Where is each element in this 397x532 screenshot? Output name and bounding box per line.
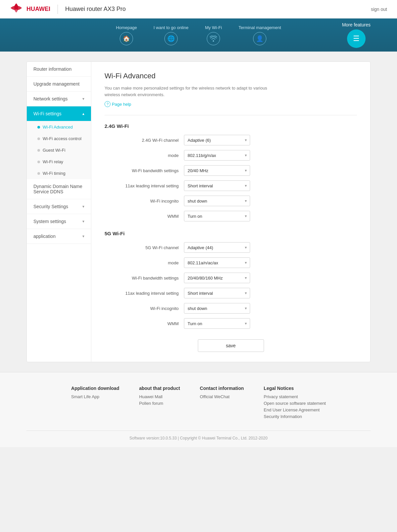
sidebar-guest-wifi-label: Guest Wi-Fi (43, 148, 66, 153)
form-row-interval-24g: 11ax leading interval setting Short inte… (105, 180, 357, 191)
form-row-bandwidth-24g: Wi-Fi bandwidth settings 20/40 MHz (105, 165, 357, 176)
nav-wifi-label: My Wi-Fi (205, 25, 222, 30)
select-incognito-24g[interactable]: shut down Turn on (184, 196, 250, 206)
sidebar-wifi-relay-label: Wi-Fi relay (43, 159, 63, 164)
select-mode-5g[interactable]: 802.11a/n/ac/ax (184, 257, 250, 268)
footer-contact-heading: Contact information (200, 386, 244, 391)
select-wmm-24g[interactable]: Turn on shut down (184, 211, 250, 221)
sidebar-sub-wifi-timing[interactable]: Wi-Fi timing (27, 168, 91, 179)
chevron-up-icon: ▴ (82, 111, 84, 116)
form-row-wmm-5g: WMM Turn on shut down (105, 318, 357, 329)
footer-pollen-forum[interactable]: Pollen forum (139, 401, 180, 406)
label-interval-24g: 11ax leading interval setting (105, 183, 184, 188)
nav-online-label: I want to go online (154, 25, 189, 30)
select-mode-24g[interactable]: 802.11b/g/n/ax (184, 150, 250, 161)
sidebar-sub-wifi-advanced[interactable]: Wi-Fi Advanced (27, 121, 91, 133)
select-incognito-5g[interactable]: shut down Turn on (184, 303, 250, 314)
select-bandwidth-24g[interactable]: 20/40 MHz (184, 165, 250, 176)
label-interval-5g: 11ax leading interval setting (105, 291, 184, 296)
nav-terminal-label: Terminal management (239, 25, 281, 30)
page-help-link[interactable]: Page help (105, 101, 357, 107)
section-24g-title: 2.4G Wi-Fi (105, 123, 357, 129)
select-wmm-5g[interactable]: Turn on shut down (184, 318, 250, 329)
nav-online[interactable]: I want to go online 🌐 (154, 25, 189, 45)
form-row-channel-24g: 2.4G Wi-Fi channel Adaptive (6) (105, 135, 357, 145)
select-wrapper-bandwidth-5g: 20/40/80/160 MHz (184, 273, 250, 283)
footer-smart-life[interactable]: Smart Life App (71, 394, 119, 399)
footer-huawei-mall[interactable]: Huawei Mall (139, 394, 180, 399)
footer-official-wechat[interactable]: Official WeChat (200, 394, 244, 399)
inactive-dot-4 (37, 172, 40, 175)
nav-homepage[interactable]: Homepage 🏠 (116, 25, 137, 45)
top-bar: HUAWEI Huawei router AX3 Pro sign out (0, 0, 397, 19)
footer-open-source[interactable]: Open source software statement (264, 401, 326, 406)
sidebar: Router information Upgrade management Ne… (27, 62, 91, 362)
footer-about-heading: about that product (139, 386, 180, 391)
more-features-icon-circle: ☰ (347, 29, 366, 48)
active-dot (37, 126, 40, 129)
sidebar-sub-wifi-relay[interactable]: Wi-Fi relay (27, 156, 91, 168)
sidebar-sub-guest-wifi[interactable]: Guest Wi-Fi (27, 144, 91, 156)
select-wrapper-wmm-5g: Turn on shut down (184, 318, 250, 329)
sidebar-sub-wifi-access[interactable]: Wi-Fi access control (27, 133, 91, 144)
footer-cols: Application download Smart Life App abou… (26, 386, 371, 421)
sidebar-item-router-info[interactable]: Router information (27, 62, 91, 77)
chevron-down-icon-3: ▾ (82, 219, 84, 224)
label-incognito-24g: Wi-Fi incognito (105, 199, 184, 204)
form-row-mode-24g: mode 802.11b/g/n/ax (105, 150, 357, 161)
sidebar-item-ddns[interactable]: Dynamic Domain Name Service DDNS (27, 179, 91, 199)
section-5g-title: 5G Wi-Fi (105, 231, 357, 236)
sidebar-item-network[interactable]: Network settings ▾ (27, 92, 91, 106)
label-mode-24g: mode (105, 153, 184, 158)
form-row-interval-5g: 11ax leading interval setting Short inte… (105, 288, 357, 298)
label-bandwidth-24g: Wi-Fi bandwidth settings (105, 168, 184, 173)
form-row-incognito-24g: Wi-Fi incognito shut down Turn on (105, 196, 357, 206)
nav-terminal[interactable]: Terminal management 👤 (239, 25, 281, 45)
home-icon: 🏠 (120, 32, 133, 45)
sidebar-item-system[interactable]: System settings ▾ (27, 214, 91, 229)
footer-eula[interactable]: End User License Agreement (264, 407, 326, 412)
select-wrapper-incognito-24g: shut down Turn on (184, 196, 250, 206)
save-button[interactable]: save (198, 339, 264, 352)
select-bandwidth-5g[interactable]: 20/40/80/160 MHz (184, 273, 250, 283)
sidebar-item-security[interactable]: Security Settings ▾ (27, 199, 91, 214)
select-wrapper-wmm-24g: Turn on shut down (184, 211, 250, 221)
label-channel-5g: 5G Wi-Fi channel (105, 245, 184, 250)
footer-col-app-download: Application download Smart Life App (71, 386, 119, 421)
footer-app-download-heading: Application download (71, 386, 119, 391)
brand-name: HUAWEI (26, 6, 50, 13)
select-wrapper-channel-24g: Adaptive (6) (184, 135, 250, 145)
more-features-button[interactable]: More features ☰ (342, 22, 371, 48)
nav-bar: Homepage 🏠 I want to go online 🌐 My Wi-F… (0, 19, 397, 52)
footer-privacy[interactable]: Privacy statement (264, 394, 326, 399)
select-wrapper-incognito-5g: shut down Turn on (184, 303, 250, 314)
select-channel-5g[interactable]: Adaptive (44) (184, 242, 250, 253)
select-wrapper-bandwidth-24g: 20/40 MHz (184, 165, 250, 176)
footer-col-legal: Legal Notices Privacy statement Open sou… (264, 386, 326, 421)
huawei-logo (10, 3, 22, 16)
footer-legal-heading: Legal Notices (264, 386, 326, 391)
sidebar-wifi-settings-label: Wi-Fi settings (33, 111, 62, 116)
form-row-bandwidth-5g: Wi-Fi bandwidth settings 20/40/80/160 MH… (105, 273, 357, 283)
nav-items: Homepage 🏠 I want to go online 🌐 My Wi-F… (116, 25, 281, 45)
chevron-down-icon-2: ▾ (82, 204, 84, 209)
chevron-down-icon-4: ▾ (82, 234, 84, 239)
footer-security-info[interactable]: Security Information (264, 414, 326, 419)
sidebar-item-application[interactable]: application ▾ (27, 229, 91, 244)
sign-out-link[interactable]: sign out (371, 7, 387, 12)
nav-wifi[interactable]: My Wi-Fi (205, 25, 222, 45)
select-interval-5g[interactable]: Short interval (184, 288, 250, 298)
person-icon: 👤 (253, 32, 266, 45)
sidebar-item-upgrade[interactable]: Upgrade management (27, 77, 91, 92)
label-wmm-5g: WMM (105, 321, 184, 326)
sidebar-item-wifi-settings[interactable]: Wi-Fi settings ▴ (27, 106, 91, 121)
select-wrapper-interval-24g: Short interval (184, 180, 250, 191)
inactive-dot (37, 137, 40, 140)
label-bandwidth-5g: Wi-Fi bandwidth settings (105, 276, 184, 281)
select-wrapper-mode-24g: 802.11b/g/n/ax (184, 150, 250, 161)
label-wmm-24g: WMM (105, 214, 184, 219)
footer-col-contact: Contact information Official WeChat (200, 386, 244, 421)
select-channel-24g[interactable]: Adaptive (6) (184, 135, 250, 145)
main-wrapper: Router information Upgrade management Ne… (0, 52, 397, 372)
select-interval-24g[interactable]: Short interval (184, 180, 250, 191)
